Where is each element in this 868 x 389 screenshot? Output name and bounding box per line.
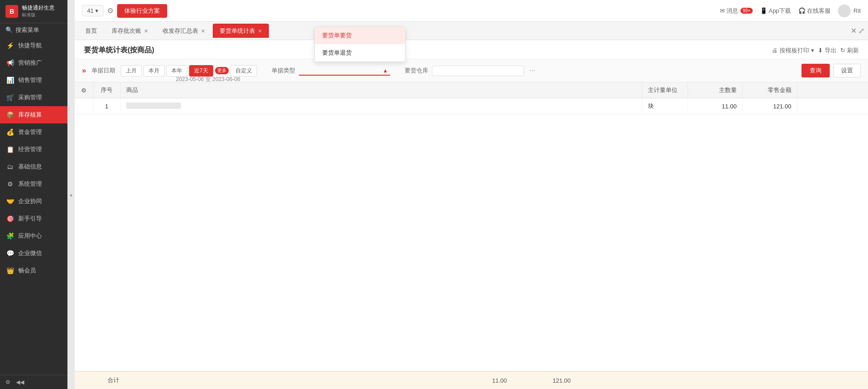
sidebar-search[interactable]: 🔍 搜索菜单 (0, 23, 67, 37)
query-btn[interactable]: 查询 (801, 64, 830, 77)
cell-settings (75, 98, 93, 114)
app-download-btn[interactable]: 📱 App下载 (760, 7, 791, 15)
sidebar-item-system[interactable]: ⚙ 系统管理 (0, 175, 67, 193)
col-header-settings[interactable]: ⚙ (75, 82, 93, 98)
col-header-num: 序号 (93, 82, 120, 98)
template-print-btn[interactable]: 🖨 按模板打印 ▾ (772, 46, 814, 55)
tab-home[interactable]: 首页 (78, 24, 104, 38)
table-area: ⚙ 序号 商品 主计量单位 主数量 零售金额 1 (75, 82, 868, 371)
avatar (838, 5, 851, 17)
warehouse-input[interactable] (432, 66, 524, 76)
tab-close-goods-order-stats[interactable]: ✕ (258, 28, 262, 34)
type-select-input[interactable] (299, 66, 390, 76)
filter-more-btn[interactable]: ··· (529, 67, 535, 75)
col-header-unit: 主计量单位 (642, 82, 688, 98)
table-header-row: ⚙ 序号 商品 主计量单位 主数量 零售金额 (75, 82, 868, 98)
sidebar-item-marketing[interactable]: 📢 营销推广 (0, 54, 67, 72)
tabs-bar: 首页 库存批次账 ✕ 收发存汇总表 ✕ 要货单统计表 ✕ ✕ ⤢ (75, 22, 868, 40)
member-icon: 👑 (5, 267, 15, 274)
sidebar-item-collab[interactable]: 🤝 企业协同 (0, 193, 67, 210)
data-table: ⚙ 序号 商品 主计量单位 主数量 零售金额 1 (75, 82, 868, 114)
sidebar-item-guide[interactable]: 🎯 新手引导 (0, 210, 67, 227)
sidebar: B 畅捷通好生意 标准版 🔍 搜索菜单 ⚡ 快捷导航 📢 营销推广 📊 销售管理… (0, 0, 67, 389)
message-badge: 99+ (740, 8, 753, 14)
main-area: 41 ▾ ⚙ 体验行业方案 ✉ 消息 99+ 📱 App下载 🎧 在线客服 R (75, 0, 868, 389)
content-area: 要货单统计表(按商品) 🖨 按模板打印 ▾ ⬇ 导出 ↻ 刷新 » (75, 40, 868, 389)
date-btn-custom[interactable]: 自定义 (231, 65, 257, 77)
sidebar-item-member[interactable]: 👑 畅会员 (0, 262, 67, 279)
export-btn[interactable]: ⬇ 导出 (818, 46, 837, 55)
sidebar-item-purchase[interactable]: 🛒 采购管理 (0, 89, 67, 106)
date-btn-this-month[interactable]: 本月 (144, 65, 164, 77)
table-row: 1 块 11.00 121.00 (75, 98, 868, 114)
settings-icon[interactable]: ⚙ (5, 379, 10, 385)
purchase-icon: 🛒 (5, 94, 15, 101)
tabs-right-actions: ✕ ⤢ (851, 26, 864, 35)
table-footer: 合计 11.00 121.00 (75, 371, 868, 389)
topbar-left: 41 ▾ ⚙ 体验行业方案 (82, 4, 714, 18)
sidebar-item-basic[interactable]: 🗂 基础信息 (0, 158, 67, 175)
type-select-arrow-icon[interactable]: ▲ (383, 67, 388, 74)
cell-goods (120, 98, 642, 114)
sidebar-item-sales[interactable]: 📊 销售管理 (0, 72, 67, 89)
sidebar-item-appstore[interactable]: 🧩 应用中心 (0, 227, 67, 245)
topbar-gear-icon[interactable]: ⚙ (107, 6, 113, 15)
operation-icon: 📋 (5, 146, 15, 153)
selector-arrow-icon: ▾ (95, 7, 98, 14)
user-avatar-area[interactable]: Rit (838, 5, 861, 17)
refresh-btn[interactable]: ↻ 刷新 (840, 46, 859, 55)
col-header-extra (797, 82, 868, 98)
industry-btn[interactable]: 体验行业方案 (117, 4, 167, 18)
dropdown-item-order-return[interactable]: 要货单退货 (315, 44, 405, 61)
company-selector[interactable]: 41 ▾ (82, 5, 103, 16)
tab-inventory-batch[interactable]: 库存批次账 ✕ (105, 24, 155, 38)
col-header-goods: 商品 (120, 82, 642, 98)
footer-amount: 121.00 (522, 377, 576, 384)
service-icon: 🎧 (798, 7, 806, 14)
collab-icon: 🤝 (5, 198, 15, 205)
tab-expand-icon[interactable]: ⤢ (858, 26, 864, 35)
message-icon: ✉ (720, 7, 725, 14)
type-filter-group: 单据类型 ▲ (272, 66, 390, 76)
dropdown-item-order-goods[interactable]: 要货单要货 (315, 40, 405, 44)
print-arrow-icon: ▾ (811, 47, 814, 54)
tab-close-inventory-batch[interactable]: ✕ (144, 28, 148, 34)
guide-icon: 🎯 (5, 215, 15, 222)
page-title: 要货单统计表(按商品) (84, 46, 154, 55)
wechat-icon: 💬 (5, 250, 15, 257)
collapse-icon[interactable]: ◀◀ (16, 379, 24, 385)
sidebar-item-operation[interactable]: 📋 经营管理 (0, 141, 67, 158)
sales-icon: 📊 (5, 77, 15, 84)
logo-icon: B (5, 5, 18, 18)
column-settings-icon[interactable]: ⚙ (81, 87, 87, 94)
date-range-text: 2023-05-06 至 2023-06-06 (176, 76, 240, 83)
warehouse-label: 要货仓库 (405, 67, 428, 75)
message-btn[interactable]: ✉ 消息 99+ (720, 7, 753, 15)
quick-nav-icon: ⚡ (5, 42, 15, 49)
cell-amount: 121.00 (742, 98, 797, 114)
sidebar-item-quick-nav[interactable]: ⚡ 快捷导航 (0, 37, 67, 54)
sidebar-item-finance[interactable]: 💰 资金管理 (0, 123, 67, 141)
tab-close-all-icon[interactable]: ✕ (851, 26, 857, 35)
online-service-btn[interactable]: 🎧 在线客服 (798, 7, 831, 15)
date-btn-last-7-days[interactable]: 近7天 (189, 65, 213, 77)
topbar: 41 ▾ ⚙ 体验行业方案 ✉ 消息 99+ 📱 App下载 🎧 在线客服 R (75, 0, 868, 22)
setting-btn[interactable]: 设置 (833, 64, 861, 77)
sidebar-item-inventory[interactable]: 📦 库存核算 (0, 106, 67, 123)
tab-collect-summary[interactable]: 收发存汇总表 ✕ (156, 24, 212, 38)
footer-qty: 11.00 (458, 377, 513, 384)
type-label: 单据类型 (272, 67, 295, 75)
filter-toggle-btn[interactable]: » (82, 67, 86, 75)
sidebar-logo: B 畅捷通好生意 标准版 (0, 0, 67, 23)
goods-placeholder (126, 102, 181, 109)
system-icon: ⚙ (5, 180, 15, 188)
page-header: 要货单统计表(按商品) 🖨 按模板打印 ▾ ⬇ 导出 ↻ 刷新 (75, 40, 868, 59)
appstore-icon: 🧩 (5, 232, 15, 240)
date-btn-last-month[interactable]: 上月 (121, 65, 142, 77)
tab-close-collect-summary[interactable]: ✕ (201, 28, 205, 34)
date-btn-this-year[interactable]: 本年 (166, 65, 187, 77)
filter-actions: 查询 设置 (801, 64, 861, 77)
sidebar-collapse-handle[interactable]: ▲ (67, 0, 75, 389)
sidebar-item-wechat[interactable]: 💬 企业微信 (0, 245, 67, 262)
tab-goods-order-stats[interactable]: 要货单统计表 ✕ (213, 24, 269, 38)
